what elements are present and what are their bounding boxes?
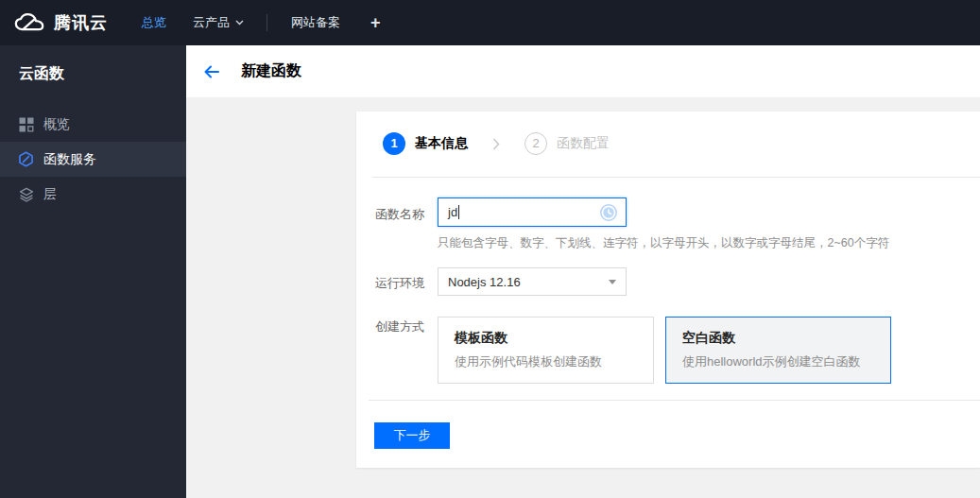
nav-item-products-label: 云产品 (193, 14, 230, 31)
step-1-circle: 1 (383, 132, 405, 155)
function-name-help: 只能包含字母、数字、下划线、连字符，以字母开头，以数字或字母结尾，2~60个字符 (438, 235, 889, 251)
nav-add-tab-button[interactable]: + (370, 14, 381, 31)
method-option-blank[interactable]: 空白函数 使用helloworld示例创建空白函数 (665, 317, 891, 384)
brand-name: 腾讯云 (54, 11, 108, 34)
dropdown-caret-icon (609, 280, 616, 284)
sidebar-title: 云函数 (0, 45, 186, 107)
clock-pending-icon (599, 203, 618, 222)
sidebar: 云函数 概览 函数服务 (0, 45, 186, 498)
nav-item-overview[interactable]: 总览 (142, 14, 166, 31)
sidebar-item-label: 概览 (43, 116, 70, 133)
back-button[interactable] (203, 65, 220, 78)
method-option-template[interactable]: 模板函数 使用示例代码模板创建函数 (438, 317, 654, 384)
tencent-cloud-logo[interactable]: 腾讯云 (13, 11, 108, 34)
grid-icon (18, 116, 34, 132)
runtime-select[interactable]: Nodejs 12.16 (438, 267, 627, 296)
method-option-title: 模板函数 (455, 330, 653, 347)
function-name-value: jd (448, 205, 457, 219)
nav-item-beian[interactable]: 网站备案 (291, 14, 340, 31)
creation-method-label: 创建方式 (375, 318, 424, 335)
function-name-label: 函数名称 (375, 206, 424, 223)
function-name-input[interactable]: jd (438, 197, 627, 227)
nav-item-products[interactable]: 云产品 (193, 14, 244, 31)
layers-icon (18, 186, 34, 202)
sidebar-item-overview[interactable]: 概览 (0, 107, 186, 142)
runtime-label: 运行环境 (375, 275, 424, 292)
tencent-cloud-logo-icon (13, 11, 45, 34)
top-navbar: 腾讯云 总览 云产品 网站备案 + (0, 0, 980, 45)
method-option-desc: 使用helloworld示例创建空白函数 (682, 353, 890, 370)
sidebar-item-label: 层 (43, 186, 57, 203)
chevron-down-icon (235, 20, 244, 26)
sidebar-item-function-service[interactable]: 函数服务 (0, 142, 186, 177)
sidebar-item-layers[interactable]: 层 (0, 177, 186, 212)
sidebar-item-label: 函数服务 (43, 151, 96, 168)
footer-divider (369, 400, 980, 401)
back-arrow-icon (203, 65, 220, 78)
step-2-label: 函数配置 (557, 135, 610, 152)
next-step-button[interactable]: 下一步 (374, 422, 450, 449)
step-chevron-icon (492, 138, 500, 150)
create-function-card: 1 基本信息 2 函数配置 函数名称 jd 只能包含字母、数字、下划线、连字符，… (356, 112, 980, 468)
text-cursor (458, 205, 459, 219)
app-window: 腾讯云 总览 云产品 网站备案 + 云函数 概览 (0, 0, 980, 498)
page-header: 新建函数 (186, 45, 980, 97)
method-option-desc: 使用示例代码模板创建函数 (455, 353, 653, 370)
step-2-circle: 2 (524, 132, 547, 155)
function-service-icon (18, 151, 34, 167)
steps-divider (372, 177, 980, 178)
page-title: 新建函数 (241, 61, 301, 81)
method-option-title: 空白函数 (682, 330, 890, 347)
nav-divider (266, 14, 267, 31)
wizard-steps: 1 基本信息 2 函数配置 (383, 130, 610, 157)
runtime-selected-value: Nodejs 12.16 (448, 275, 521, 289)
step-1-label: 基本信息 (415, 135, 468, 152)
